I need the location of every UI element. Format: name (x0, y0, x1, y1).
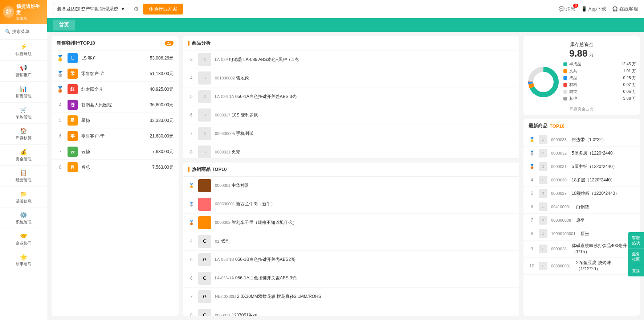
item-name: 2.0X30MM双摆花轴,摆花直径2.1MM/ROHS (237, 294, 321, 299)
sidebar-item-label: 经营管理 (16, 177, 32, 183)
item-code: 001000002 (215, 76, 235, 80)
latest-goods-title: 最新商品 (529, 123, 547, 129)
sidebar-search-section: 🔍 搜索菜单 (0, 24, 47, 40)
item-img (198, 179, 211, 192)
rank-amount: 53,006.26元 (150, 55, 174, 61)
latest-icon: G (539, 229, 547, 238)
latest-code: 000800008 (551, 218, 571, 222)
inventory-label: 库存总资金 (570, 42, 594, 47)
latest-code: 0000033 (551, 138, 567, 142)
sidebar-item-label: 快捷导航 (16, 51, 32, 57)
legend-item: 半成品 12.45 万 (563, 61, 636, 67)
item-name: 中华神器 (232, 183, 249, 188)
rank-amount: 51,183.00元 (150, 71, 174, 77)
latest-name: 5厘多层（1220*2440） (572, 150, 635, 156)
latest-icon: G (539, 149, 547, 157)
right-column: 库存总资金 9.88 万 (523, 36, 640, 316)
sidebar-item-label: 新手引导 (16, 262, 32, 267)
ranking-item: 8 肖 肖总 7,563.00元 (52, 160, 179, 175)
latest-rank: 🥇 (529, 137, 535, 142)
latest-item: 🥈 G 0000032 5厘多层（1220*2440） (523, 147, 640, 160)
item-info: LA-056-1A 056-1A白色按键开关盖ABS 3壳 (215, 94, 514, 100)
sidebar-item-purchase[interactable]: 🛒 采购管理 (0, 103, 47, 124)
message-icon: 💬 (559, 6, 564, 12)
latest-rank: 4 (529, 177, 535, 182)
item-code: LA-089 (215, 57, 228, 62)
settings-icon[interactable]: ⚙ (134, 5, 139, 12)
legend-dot (563, 83, 567, 87)
legend-val: 0.07 万 (623, 82, 636, 87)
sidebar-item-label: 销售管理 (16, 93, 32, 99)
hot-goods-item: 6 G LA-056-1A 056-1A白色按键开关盖ABS 3壳 (183, 269, 519, 288)
sidebar-item-marketing[interactable]: 📢 营销推广 (0, 61, 47, 82)
inventory-amount: 9.88 (569, 48, 588, 59)
latest-item: 🥉 G 0000031 5厘中纤（1220*2440） (523, 160, 640, 173)
headset-icon: 🎧 (612, 6, 618, 12)
hot-goods-item: 🥇 0000001 中华神器 (183, 177, 519, 195)
logo-text: 畅捷通好生意 标准版 (16, 4, 44, 21)
sidebar-item-inventory[interactable]: 🏠 库存核算 (0, 124, 47, 145)
messages-btn[interactable]: 💬 消息 6 (559, 6, 575, 12)
donut-legend: 半成品 12.45 万 文具 1.01 万 成品 0.25 万 材料 0.07 … (563, 61, 636, 103)
float-live-btn[interactable]: 直播 (628, 265, 644, 276)
rank-name: 星扬 (81, 118, 146, 124)
legend-name: 其他 (569, 96, 620, 101)
latest-code: 0000031 (551, 164, 567, 169)
legend-item: 文具 1.01 万 (563, 68, 636, 74)
latest-rank: 🥉 (529, 164, 535, 169)
item-rank: 5 (188, 94, 195, 99)
app-download-btn[interactable]: 📱 App下载 (581, 6, 606, 12)
item-code: LA-056-1B (215, 257, 234, 262)
float-community-btn[interactable]: 服务社区 (628, 249, 644, 265)
legend-val: 0.25 万 (623, 75, 636, 81)
sidebar-item-guide[interactable]: 🌟 新手引导 (0, 250, 47, 271)
rank-avatar: 星 (68, 115, 78, 126)
item-img: G (198, 108, 211, 122)
float-service-btn[interactable]: 客服热线 (628, 232, 644, 249)
brand-name: 畅捷通好生意 (16, 4, 44, 16)
goods-analysis-item: 6 G 0000017 10S 变利罗浆 (183, 106, 519, 124)
hot-goods-item: 4 G 01 45# (183, 232, 519, 251)
sidebar-item-finance[interactable]: 💰 资金管理 (0, 145, 47, 166)
online-service-btn[interactable]: 🎧 在线客服 (612, 6, 638, 12)
sidebar-item-basic[interactable]: 📁 基础信息 (0, 187, 47, 208)
logo-icon: 好 (3, 6, 14, 18)
sales-icon: 📊 (20, 85, 27, 92)
rank-avatar: 零 (68, 131, 78, 141)
system-selector[interactable]: 装备及固定资产辅助管理系统 ▼ (53, 4, 129, 14)
latest-icon: G (539, 189, 547, 198)
medal-icon: 🥇 (57, 55, 64, 62)
sidebar-item-label: 库存核算 (16, 135, 32, 141)
latest-name: 18多层（1220*2440） (572, 177, 635, 183)
latest-item: 4 G 0000030 18多层（1220*2440） (523, 173, 640, 187)
latest-name: 体碱嘉枚味苏打饮品400毫升（1*15） (572, 243, 635, 255)
sidebar-item-coop[interactable]: 🤝 企业协同 (0, 229, 47, 250)
legend-val: 12.45 万 (621, 61, 636, 67)
sidebar-item-operation[interactable]: 📋 经营管理 (0, 166, 47, 187)
sidebar-item-system[interactable]: ⚙️ 系统管理 (0, 208, 47, 229)
latest-item: 6 G 004100001 白钢垫 (523, 200, 640, 214)
float-buttons: 客服热线 服务社区 直播 (628, 232, 644, 276)
medal-icon: 🥈 (57, 70, 64, 77)
sidebar-item-quick[interactable]: ⚡ 快捷导航 (0, 40, 47, 61)
item-rank: 7 (188, 131, 195, 136)
latest-name: 原坐 (580, 231, 635, 237)
rank-avatar: 苍 (68, 100, 78, 110)
tab-home[interactable]: 首页 (53, 20, 75, 30)
content-inner: 销售额排行TOP10 22 🥇 L LS 客户 53,006.26元 🥈 零 零… (47, 32, 644, 320)
inventory-unit: 万 (589, 52, 594, 58)
search-menu-btn[interactable]: 🔍 搜索菜单 (3, 27, 44, 36)
exp-plan-button[interactable]: 体验行业方案 (143, 4, 183, 15)
item-code: 000500001 (215, 202, 235, 206)
ranking-item: 5 星 星扬 33,333.00元 (52, 113, 179, 128)
topbar-right: 💬 消息 6 📱 App下载 🎧 在线客服 (559, 6, 638, 12)
inventory-note: 库存资金占比 (523, 106, 640, 115)
rank-amount: 21,680.00元 (150, 133, 174, 139)
latest-item: 5 G 0000029 18颗粒板（1220*2440） (523, 187, 640, 200)
rank-amount: 33,333.00元 (150, 118, 174, 124)
rank-name: 红太阳文具 (81, 86, 146, 93)
item-code: LA-056-1A (215, 276, 234, 280)
goods-analysis-item: 5 G LA-056-1A 056-1A白色按键开关盖ABS 3壳 (183, 87, 519, 106)
hot-goods-item: 7 G NB2.0X30B 2.0X30MM双摆花轴,摆花直径2.1MM/ROH… (183, 288, 519, 306)
sidebar-item-sales[interactable]: 📊 销售管理 (0, 82, 47, 103)
